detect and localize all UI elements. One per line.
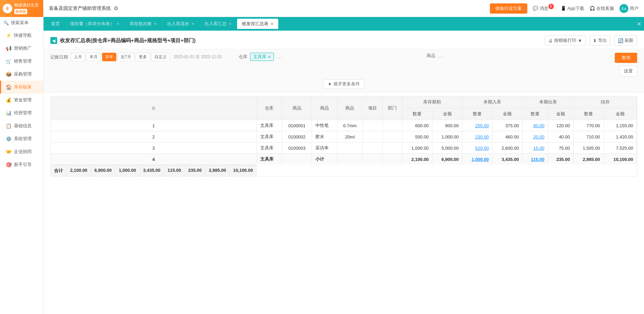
row-out-qty[interactable]: 80.00: [523, 120, 548, 131]
footer-close-qty: 2,985.00: [205, 165, 230, 176]
tab-close-receive-send[interactable]: ✕: [270, 22, 274, 26]
data-table: ⚙ 仓库 商品 商品 商品 项目 部门 库存期初 本期入库 本期出库 结存: [51, 96, 637, 176]
goods-label: 商品: [427, 53, 435, 59]
sidebar-item-marketing[interactable]: 📢 营销推广: [0, 42, 43, 55]
tab-inventory-dist[interactable]: 现存量（库存分布表） ✕: [65, 19, 124, 29]
warehouse-more-button[interactable]: ...: [277, 54, 283, 60]
guide-icon: 🎯: [6, 162, 11, 167]
warehouse-label: 仓库: [238, 54, 247, 60]
sidebar-item-guide[interactable]: 🎯 新手引导: [0, 158, 43, 171]
row-out-qty[interactable]: 15.00: [523, 143, 548, 154]
footer-in-qty: 1,000.00: [115, 165, 140, 176]
user-menu-button[interactable]: Ea 用户: [620, 4, 639, 13]
tab-batch-ledger[interactable]: 库存批次账 ✕: [125, 19, 162, 29]
export-button[interactable]: ⬇ 导出: [589, 35, 611, 46]
sidebar-item-operations[interactable]: 📊 经营管理: [0, 106, 43, 119]
refresh-button[interactable]: 🔄 刷新: [614, 35, 637, 46]
date-buttons: 上月 本月 本年 近7天 更多 自定义: [71, 53, 170, 61]
row-department: [382, 154, 402, 165]
message-button[interactable]: 💬 消息 6: [533, 5, 555, 12]
main-area: 装备及固定资产辅助管理系统 ⚙ 体验行业方案 💬 消息 6 📱 App下载 🎧 …: [44, 0, 644, 314]
sidebar-item-quick-nav[interactable]: ⚡ 快捷导航: [0, 29, 43, 42]
row-project: [363, 131, 382, 143]
tab-in-out-summary[interactable]: 出入库汇总 ✕: [200, 19, 236, 29]
row-open-amt: 1,000.00: [432, 131, 462, 143]
date-btn-this-year[interactable]: 本年: [102, 53, 116, 61]
row-no: 1: [51, 120, 257, 131]
date-range: 2023-01-01 至 2023-12-31: [174, 54, 222, 60]
tab-bar: 首页 现存量（库存分布表） ✕ 库存批次账 ✕ 出入库流水 ✕ 出入库汇总 ✕ …: [44, 17, 644, 31]
tab-close-in-out-flow[interactable]: ✕: [191, 22, 194, 26]
query-button[interactable]: 查询: [615, 53, 637, 63]
tab-receive-send-summary[interactable]: 收发存汇总表 ✕: [237, 19, 278, 29]
sidebar-item-purchase[interactable]: 📦 采购管理: [0, 68, 43, 81]
row-warehouse: 文具库: [257, 154, 282, 165]
expand-icon: ▼: [328, 82, 332, 87]
sidebar-item-inventory[interactable]: 🏠 库存核算: [0, 81, 43, 94]
th-closing: 结存: [574, 96, 637, 108]
date-btn-7days[interactable]: 近7天: [118, 53, 134, 61]
try-industry-button[interactable]: 体验行业方案: [490, 3, 527, 14]
row-open-qty: 2,100.00: [402, 154, 432, 165]
row-goods-spec: [337, 154, 363, 165]
sidebar-item-system[interactable]: ⚙️ 系统管理: [0, 132, 43, 145]
app-download-button[interactable]: 📱 App下载: [561, 5, 584, 12]
settings-gear-icon[interactable]: ⚙: [114, 5, 118, 12]
row-goods-name: 胶水: [312, 131, 337, 143]
close-tab-area-button[interactable]: ✕: [637, 21, 641, 27]
date-btn-more[interactable]: 更多: [136, 53, 150, 61]
goods-more-button[interactable]: ...: [438, 53, 445, 59]
row-in-amt: 375.00: [492, 120, 522, 131]
row-in-qty[interactable]: 250.00: [462, 120, 492, 131]
expand-conditions-button[interactable]: ▼ 展开更多条件: [323, 79, 364, 89]
sidebar-item-finance[interactable]: 💰 资金管理: [0, 94, 43, 106]
online-service-button[interactable]: 🎧 在线客服: [590, 5, 614, 12]
row-out-qty[interactable]: 20.00: [523, 131, 548, 143]
basic-info-icon: 📋: [6, 123, 11, 129]
setting-button[interactable]: 设置: [620, 66, 637, 77]
message-badge: 6: [548, 4, 554, 9]
system-icon: ⚙️: [6, 136, 11, 142]
tab-close-in-out-summary[interactable]: ✕: [229, 22, 232, 26]
print-button[interactable]: 🖨 按模板打印 ▼: [545, 35, 586, 46]
search-icon: 🔍: [3, 20, 9, 26]
tab-home[interactable]: 首页: [46, 19, 65, 29]
collapse-button[interactable]: ◀: [50, 37, 57, 44]
sidebar-item-sales[interactable]: 🛒 销售管理: [0, 55, 43, 68]
page-title: 收发存汇总表(按仓库+商品编码+商品+规格型号+项目+部门): [60, 37, 196, 44]
sidebar-item-cooperation[interactable]: 🤝 企业协同: [0, 145, 43, 158]
row-open-qty: 500.00: [402, 131, 432, 143]
finance-icon: 💰: [6, 97, 11, 103]
system-name: 装备及固定资产辅助管理系统: [49, 5, 111, 12]
row-in-qty[interactable]: 520.00: [462, 143, 492, 154]
table-row: 1文具库0100001中性笔0.7mm600.00900.00250.00375…: [51, 120, 637, 131]
th-out: 本期出库: [523, 96, 574, 108]
footer-out-amt: 235.00: [185, 165, 205, 176]
data-table-wrapper: ⚙ 仓库 商品 商品 商品 项目 部门 库存期初 本期入库 本期出库 结存: [50, 96, 637, 177]
row-in-qty[interactable]: 1,000.00: [462, 154, 492, 165]
chevron-down-icon: ▼: [578, 38, 582, 43]
tab-close-inventory-dist[interactable]: ✕: [116, 22, 119, 26]
phone-icon: 📱: [561, 6, 566, 11]
row-open-qty: 600.00: [402, 120, 432, 131]
date-btn-last-month[interactable]: 上月: [71, 53, 85, 61]
table-row: 2文具库0100002胶水20ml500.001,000.00230.00460…: [51, 131, 637, 143]
search-menu[interactable]: 🔍 搜索菜单: [0, 17, 43, 29]
tab-in-out-flow[interactable]: 出入库流水 ✕: [162, 19, 199, 29]
row-in-qty[interactable]: 230.00: [462, 131, 492, 143]
th-goods-name: 商品: [312, 96, 337, 120]
row-goods-name: 小计: [312, 154, 337, 165]
th-settings: ⚙: [51, 96, 257, 120]
app-subtitle: 标准版: [14, 9, 27, 14]
tab-close-batch-ledger[interactable]: ✕: [154, 22, 157, 26]
page-actions: 🖨 按模板打印 ▼ ⬇ 导出 🔄 刷新: [545, 35, 637, 46]
warehouse-tag-close[interactable]: ✕: [268, 55, 271, 59]
avatar: Ea: [620, 4, 628, 13]
sidebar-item-basic-info[interactable]: 📋 基础信息: [0, 119, 43, 132]
th-in: 本期入库: [462, 96, 523, 108]
row-out-qty[interactable]: 115.00: [523, 154, 548, 165]
table-gear-icon[interactable]: ⚙: [151, 105, 156, 111]
row-close-amt: 1,155.00: [604, 120, 637, 131]
date-btn-this-month[interactable]: 本月: [86, 53, 101, 61]
date-btn-custom[interactable]: 自定义: [151, 53, 170, 61]
